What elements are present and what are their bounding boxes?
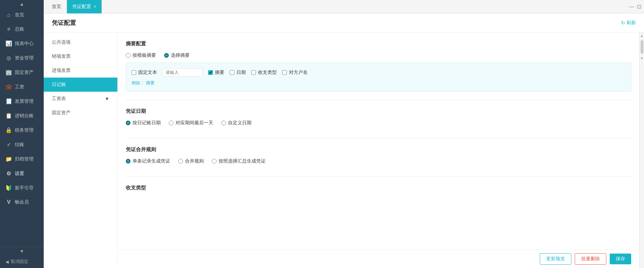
sidebar-item-sales[interactable]: 📋 进销台账	[0, 108, 44, 123]
refresh-icon: ↻	[621, 20, 625, 26]
tab-minimize-btn[interactable]: —	[629, 4, 634, 10]
checkbox-summary[interactable]: 摘要	[208, 70, 224, 76]
sidebar-item-report[interactable]: 📊 报表中心	[0, 36, 44, 51]
radio-last-day-input[interactable]	[169, 121, 174, 125]
radio-merge-rule[interactable]: 合并规则	[178, 158, 204, 164]
nav-item-fixed-assets[interactable]: 固定资产	[44, 106, 117, 120]
summary-radio-group: 按模板摘要 选择摘要	[126, 52, 631, 58]
date-radio-group: 按日记账日期 对应期间最后一天 自定义日期	[126, 120, 631, 126]
sidebar-item-ledger[interactable]: ≡ 总账	[0, 22, 44, 36]
radio-custom-date[interactable]: 自定义日期	[221, 120, 252, 126]
sidebar-item-member[interactable]: V 畅会员	[0, 195, 44, 209]
tab-bar: 首页 凭证配置 × — ⊡	[44, 0, 644, 13]
scroll-thumb[interactable]	[641, 40, 643, 54]
sidebar-item-settings[interactable]: ⚙ 设置	[0, 166, 44, 181]
archive-icon: 📁	[5, 156, 12, 162]
radio-select-merge-input[interactable]	[212, 159, 217, 164]
date-section: 凭证日期 按日记账日期 对应期间最后一天	[126, 108, 631, 138]
nav-item-sales-invoice[interactable]: 销项发票	[44, 49, 117, 63]
page-body: 公共选项 销项发票 进项发票 日记账 工资表 ▼ 固定资产	[44, 33, 644, 268]
nav-item-purchase-invoice[interactable]: 进项发票	[44, 63, 117, 78]
home-icon: ⌂	[5, 12, 12, 18]
right-content: 摘要配置 按模板摘要 选择摘要	[118, 33, 639, 250]
checkbox-date[interactable]: 日期	[230, 70, 246, 76]
radio-journal-date-input[interactable]	[126, 121, 130, 125]
checkbox-fixed-text[interactable]: 固定文本	[131, 70, 157, 76]
tab-bar-actions: — ⊡	[629, 3, 641, 10]
chevron-down-icon: ▼	[105, 96, 109, 101]
funds-icon: ◎	[5, 55, 12, 61]
nav-item-journal[interactable]: 日记账	[44, 78, 117, 92]
sidebar-item-payroll[interactable]: 💼 工资	[0, 80, 44, 94]
main-area: 首页 凭证配置 × — ⊡ 凭证配置 ↻ 刷新 公共选项	[44, 0, 644, 268]
summary-config-box: 固定文本 摘要 日期	[126, 62, 631, 92]
checkbox-counterpart[interactable]: 对方户名	[282, 70, 308, 76]
merge-section: 凭证合并规则 单条记录生成凭证 合并规则	[126, 146, 631, 177]
tab-close-btn[interactable]: ×	[94, 4, 96, 9]
sidebar-item-assets[interactable]: 🏢 固定资产	[0, 65, 44, 80]
sidebar-scroll-up[interactable]: ▲	[0, 0, 44, 8]
save-btn[interactable]: 保存	[610, 254, 631, 264]
tab-restore-btn[interactable]: ⊡	[637, 3, 641, 10]
example-text: 例如： 摘要	[131, 80, 626, 86]
merge-title: 凭证合并规则	[126, 146, 631, 153]
guide-icon: 🔰	[5, 185, 12, 191]
date-title: 凭证日期	[126, 108, 631, 115]
checkbox-date-input[interactable]	[230, 70, 234, 75]
checkbox-expense-type[interactable]: 收支类型	[251, 70, 277, 76]
sales-icon: 📋	[5, 113, 12, 119]
ledger-icon: ≡	[5, 26, 12, 32]
radio-merge-rule-input[interactable]	[178, 159, 183, 164]
radio-select-input[interactable]	[164, 53, 169, 58]
nav-item-payroll-table[interactable]: 工资表 ▼	[44, 92, 117, 106]
batch-delete-btn[interactable]: 批量删除	[575, 253, 606, 265]
radio-template-input[interactable]	[126, 53, 130, 58]
content-area: 凭证配置 ↻ 刷新 公共选项 销项发票 进项发票 日记账	[44, 13, 644, 268]
merge-radio-group: 单条记录生成凭证 合并规则 按照选择汇总生成凭证	[126, 158, 631, 164]
sidebar-item-home[interactable]: ⌂ 首页	[0, 8, 44, 22]
income-title: 收支类型	[126, 185, 631, 191]
scroll-down-btn[interactable]: ▼	[639, 55, 644, 61]
radio-select-merge[interactable]: 按照选择汇总生成凭证	[212, 158, 266, 164]
right-scrollbar: ▲ ▼	[639, 33, 644, 268]
radio-single-input[interactable]	[126, 159, 130, 164]
radio-custom-date-input[interactable]	[221, 121, 226, 125]
nav-item-public[interactable]: 公共选项	[44, 35, 117, 49]
sidebar-item-guide[interactable]: 🔰 新手引导	[0, 181, 44, 195]
checkbox-fixed-text-input[interactable]	[131, 70, 136, 75]
radio-single[interactable]: 单条记录生成凭证	[126, 158, 170, 164]
footer-bar: 更新预览 批量删除 保存	[118, 250, 639, 268]
sidebar-item-settle[interactable]: ✓ 结账	[0, 137, 44, 152]
checkbox-row: 固定文本 摘要 日期	[131, 68, 626, 77]
page-header: 凭证配置 ↻ 刷新	[44, 13, 644, 33]
sidebar-item-archive[interactable]: 📁 归档管理	[0, 152, 44, 166]
tab-home[interactable]: 首页	[46, 0, 67, 13]
sidebar-item-funds[interactable]: ◎ 资金管理	[0, 51, 44, 65]
summary-section: 摘要配置 按模板摘要 选择摘要	[126, 41, 631, 100]
sidebar-scroll-down[interactable]: ▼	[0, 247, 44, 255]
checkbox-expense-type-input[interactable]	[251, 70, 256, 75]
radio-template-summary[interactable]: 按模板摘要	[126, 52, 156, 58]
checkbox-summary-input[interactable]	[208, 70, 213, 75]
left-nav: 公共选项 销项发票 进项发票 日记账 工资表 ▼ 固定资产	[44, 33, 118, 268]
pin-icon: ◀	[5, 259, 9, 264]
settle-icon: ✓	[5, 141, 12, 148]
tab-voucher-config[interactable]: 凭证配置 ×	[67, 0, 102, 13]
scroll-up-btn[interactable]: ▲	[639, 33, 644, 39]
sidebar-item-tax[interactable]: 🔒 税务管理	[0, 123, 44, 137]
checkbox-counterpart-input[interactable]	[282, 70, 287, 75]
radio-last-day[interactable]: 对应期间最后一天	[169, 120, 213, 126]
refresh-btn[interactable]: ↻ 刷新	[621, 20, 636, 26]
fixed-text-input[interactable]	[162, 68, 203, 77]
page-title: 凭证配置	[52, 19, 76, 27]
sidebar-item-invoice[interactable]: 🧾 发票管理	[0, 94, 44, 108]
report-icon: 📊	[5, 40, 12, 47]
sidebar-pin-btn[interactable]: ◀ 取消固定	[0, 255, 44, 268]
settings-icon: ⚙	[5, 170, 12, 177]
update-preview-btn[interactable]: 更新预览	[540, 253, 571, 265]
member-icon: V	[5, 199, 12, 205]
income-section: 收支类型	[126, 185, 631, 205]
sidebar: ▲ ⌂ 首页 ≡ 总账 📊 报表中心 ◎ 资金管理 🏢 固定资产 💼 工资 🧾 …	[0, 0, 44, 268]
radio-journal-date[interactable]: 按日记账日期	[126, 120, 161, 126]
radio-select-summary[interactable]: 选择摘要	[164, 52, 190, 58]
